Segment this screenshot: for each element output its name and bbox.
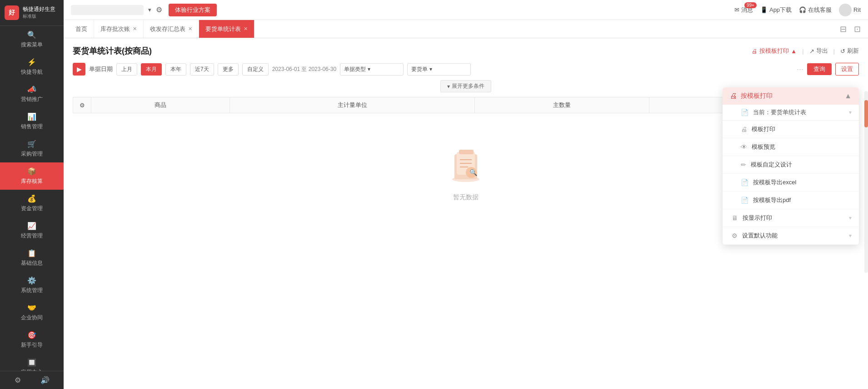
tab-minimize-btn[interactable]: ⊟ xyxy=(838,22,848,36)
topbar-right: ✉ 消息 99+ 📱 App下载 🎧 在线客服 Rit xyxy=(734,4,861,16)
filter-date-more[interactable]: 更多 xyxy=(218,63,239,76)
display-print-icon: 🖥 xyxy=(732,214,738,222)
app-download-label: App下载 xyxy=(769,6,792,14)
refresh-btn[interactable]: ↺ 刷新 xyxy=(840,47,859,55)
dropdown-close-btn[interactable]: ▲ xyxy=(844,92,852,100)
export-btn[interactable]: ↗ 导出 xyxy=(809,47,828,55)
filter-date-custom[interactable]: 自定义 xyxy=(242,63,269,76)
sidebar-item-marketing[interactable]: 📣 营销推广 xyxy=(0,81,64,108)
marketing-icon: 📣 xyxy=(27,85,36,94)
tab-order-stats[interactable]: 要货单统计表 ✕ xyxy=(199,20,254,38)
sidebar-item-basic[interactable]: 📋 基础信息 xyxy=(0,244,64,272)
dropdown-title: 按模板打印 xyxy=(741,92,773,100)
export-excel-icon: 📄 xyxy=(741,179,748,186)
topbar: ▾ ⚙ 体验行业方案 ✉ 消息 99+ 📱 App下载 🎧 在线客服 Rit xyxy=(64,0,868,20)
dropdown-current-left: 📄 当前：要货单统计表 xyxy=(741,108,806,116)
dropdown-item-display-print[interactable]: 🖥 按显示打印 ▾ xyxy=(723,209,859,227)
speaker-footer-btn[interactable]: 🔊 xyxy=(40,376,50,384)
expand-more-btn[interactable]: ▾ 展开更多条件 xyxy=(440,80,491,92)
dropdown-item-template-preview[interactable]: 👁 模板预览 xyxy=(723,138,859,156)
user-avatar-btn[interactable]: Rit xyxy=(839,4,861,16)
topbar-search-input[interactable] xyxy=(71,5,144,15)
topbar-settings-icon[interactable]: ⚙ xyxy=(156,5,162,14)
tab-collection-summary-close[interactable]: ✕ xyxy=(188,26,192,32)
col-settings[interactable]: ⚙ xyxy=(73,97,91,113)
inventory-icon: 📦 xyxy=(27,167,36,176)
page-title: 要货单统计表(按商品) xyxy=(73,45,152,56)
purchase-icon: 🛒 xyxy=(27,140,36,148)
sidebar-item-collab[interactable]: 🤝 企业协同 xyxy=(0,299,64,326)
tab-order-stats-close[interactable]: ✕ xyxy=(244,26,248,32)
sidebar-item-apps[interactable]: 🔲 应用中心 xyxy=(0,354,64,371)
sidebar-item-quick-nav[interactable]: ⚡ 快捷导航 xyxy=(0,53,64,81)
dropdown-current-label: 当前：要货单统计表 xyxy=(753,108,806,116)
sidebar-item-operations[interactable]: 📈 经营管理 xyxy=(0,217,64,244)
sidebar-item-purchase[interactable]: 🛒 采购管理 xyxy=(0,135,64,162)
dropdown-item-default-func[interactable]: ⚙ 设置默认功能 ▾ xyxy=(723,227,859,245)
doc-type-select[interactable]: 单据类型 ▾ xyxy=(340,63,404,76)
print-template-btn[interactable]: 🖨 按模板打印 ▲ xyxy=(752,47,797,55)
scrollbar-thumb xyxy=(864,100,868,127)
notification-icon: ✉ xyxy=(734,6,739,13)
trial-btn[interactable]: 体验行业方案 xyxy=(169,4,217,16)
filter-more-options[interactable]: ··· xyxy=(797,65,803,74)
action-separator-2: | xyxy=(833,48,835,55)
print-dropdown-arrow: ▲ xyxy=(791,48,797,55)
filter-expand-btn[interactable]: ▶ xyxy=(73,63,85,76)
page-actions: 🖨 按模板打印 ▲ | ↗ 导出 | ↺ 刷新 xyxy=(752,47,859,55)
filter-date-current-year[interactable]: 本年 xyxy=(165,63,186,76)
sidebar: 好 畅捷通好生意 标准版 🔍 搜索菜单 ⚡ 快捷导航 📣 营销推广 📊 销售管理… xyxy=(0,0,64,389)
filter-bar: ▶ 单据日期 上月 本月 本年 近7天 更多 自定义 2023-06-01 至 … xyxy=(73,63,859,76)
operations-icon: 📈 xyxy=(27,222,36,230)
export-pdf-icon: 📄 xyxy=(741,197,748,204)
dropdown-header: 🖨 按模板打印 ▲ xyxy=(723,87,859,105)
tab-maximize-btn[interactable]: ⊡ xyxy=(852,22,863,36)
col-product: 商品 xyxy=(91,97,230,113)
sidebar-item-system[interactable]: ⚙️ 系统管理 xyxy=(0,272,64,299)
customer-service-btn[interactable]: 🎧 在线客服 xyxy=(799,6,832,14)
settings-footer-btn[interactable]: ⚙ xyxy=(15,376,21,384)
sidebar-item-label-sales: 销售管理 xyxy=(21,123,43,131)
default-func-arrow: ▾ xyxy=(849,232,852,239)
tab-collection-summary[interactable]: 收发存汇总表 ✕ xyxy=(144,20,199,38)
settings-btn[interactable]: 设置 xyxy=(835,63,859,76)
app-logo: 好 畅捷通好生意 标准版 xyxy=(0,0,64,26)
date-range-display: 2023-06-01 至 2023-06-30 xyxy=(272,66,336,73)
query-btn[interactable]: 查询 xyxy=(807,63,832,75)
col-unit: 主计量单位 xyxy=(230,97,475,113)
tab-home[interactable]: 首页 xyxy=(69,20,94,38)
sidebar-item-inventory[interactable]: 📦 库存核算 xyxy=(0,162,64,190)
template-custom-icon: ✏ xyxy=(741,161,746,168)
template-preview-icon: 👁 xyxy=(741,143,747,151)
order-status-select[interactable]: 要货单 ▾ xyxy=(407,63,471,76)
dropdown-item-template-custom[interactable]: ✏ 模板自定义设计 xyxy=(723,156,859,174)
expand-more-label: 展开更多条件 xyxy=(452,82,484,90)
search-icon: 🔍 xyxy=(27,30,36,39)
notification-badge: 99+ xyxy=(744,2,757,8)
sidebar-item-sales[interactable]: 📊 销售管理 xyxy=(0,108,64,135)
sidebar-item-label-system: 系统管理 xyxy=(21,287,43,294)
dropdown-item-export-pdf[interactable]: 📄 按模板导出pdf xyxy=(723,192,859,209)
default-func-icon: ⚙ xyxy=(732,232,738,239)
tab-inventory-batch-close[interactable]: ✕ xyxy=(133,26,137,32)
date-label: 单据日期 xyxy=(89,65,113,73)
sidebar-item-search[interactable]: 🔍 搜索菜单 xyxy=(0,26,64,53)
topbar-dropdown-btn[interactable]: ▾ xyxy=(148,6,151,13)
filter-date-prev-month[interactable]: 上月 xyxy=(116,63,137,76)
app-download-btn[interactable]: 📱 App下载 xyxy=(760,6,792,14)
refresh-icon: ↺ xyxy=(840,48,845,55)
sidebar-item-guide[interactable]: 🎯 新手引导 xyxy=(0,326,64,354)
filter-date-7days[interactable]: 近7天 xyxy=(190,63,214,76)
sidebar-item-finance[interactable]: 💰 资金管理 xyxy=(0,190,64,217)
export-pdf-label: 按模板导出pdf xyxy=(753,196,791,204)
filter-date-current-month[interactable]: 本月 xyxy=(141,63,162,76)
dropdown-item-export-excel[interactable]: 📄 按模板导出excel xyxy=(723,174,859,192)
dropdown-current-item[interactable]: 📄 当前：要货单统计表 ▾ xyxy=(723,105,859,121)
tab-inventory-batch[interactable]: 库存批次账 ✕ xyxy=(94,20,144,38)
quick-nav-icon: ⚡ xyxy=(27,58,36,66)
page-content: 要货单统计表(按商品) 🖨 按模板打印 ▲ | ↗ 导出 | ↺ xyxy=(64,38,868,389)
notification-btn[interactable]: ✉ 消息 99+ xyxy=(734,6,753,14)
vertical-scrollbar[interactable] xyxy=(864,91,868,273)
dropdown-item-template-print[interactable]: 🖨 模板打印 xyxy=(723,121,859,138)
template-custom-label: 模板自定义设计 xyxy=(751,161,792,169)
